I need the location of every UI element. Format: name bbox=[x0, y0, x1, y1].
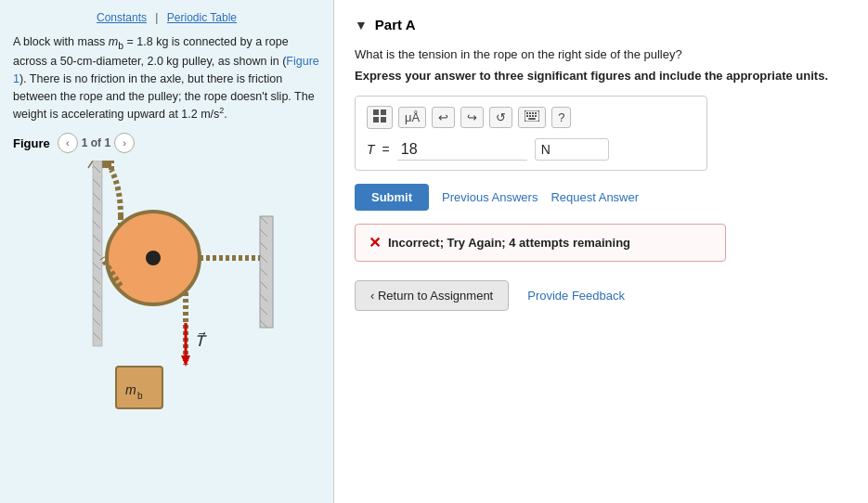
figure-link[interactable]: Figure 1 bbox=[13, 55, 319, 85]
keyboard-button[interactable] bbox=[518, 107, 546, 128]
grid-icon bbox=[372, 109, 387, 123]
answer-area: μÅ ↩ ↪ ↺ ? T bbox=[355, 96, 707, 171]
help-button[interactable]: ? bbox=[551, 107, 571, 128]
keyboard-icon bbox=[525, 110, 539, 122]
part-label: Part A bbox=[375, 17, 416, 32]
prev-figure-btn[interactable]: ‹ bbox=[58, 133, 78, 153]
figure-nav: ‹ 1 of 1 › bbox=[58, 133, 135, 153]
svg-rect-45 bbox=[381, 117, 386, 123]
periodic-table-link[interactable]: Periodic Table bbox=[167, 11, 237, 24]
svg-rect-47 bbox=[526, 112, 528, 114]
variable-label: T bbox=[367, 142, 375, 157]
svg-rect-51 bbox=[526, 115, 528, 117]
svg-rect-54 bbox=[535, 115, 537, 117]
svg-rect-55 bbox=[528, 118, 536, 120]
right-panel: ▼ Part A What is the tension in the rope… bbox=[334, 0, 868, 503]
grid-button[interactable] bbox=[367, 106, 393, 129]
next-figure-btn[interactable]: › bbox=[114, 133, 135, 153]
undo-button[interactable]: ↩ bbox=[432, 107, 455, 128]
bottom-row: ‹ Return to Assignment Provide Feedback bbox=[355, 280, 848, 311]
submit-row: Submit Previous Answers Request Answer bbox=[355, 184, 848, 211]
part-arrow-icon: ▼ bbox=[355, 18, 368, 32]
return-assignment-button[interactable]: ‹ Return to Assignment bbox=[355, 280, 509, 311]
equals-sign: = bbox=[382, 142, 390, 157]
svg-rect-48 bbox=[529, 112, 531, 114]
mu-button[interactable]: μÅ bbox=[398, 107, 426, 128]
constants-link[interactable]: Constants bbox=[97, 11, 147, 24]
left-panel: Constants | Periodic Table A block with … bbox=[0, 0, 334, 503]
provide-feedback-link[interactable]: Provide Feedback bbox=[527, 289, 625, 303]
svg-rect-42 bbox=[373, 110, 379, 115]
error-box: ✕ Incorrect; Try Again; 4 attempts remai… bbox=[355, 224, 726, 262]
error-icon: ✕ bbox=[369, 234, 381, 252]
error-message: Incorrect; Try Again; 4 attempts remaini… bbox=[388, 236, 630, 250]
svg-text:m: m bbox=[125, 382, 136, 397]
redo-button[interactable]: ↪ bbox=[460, 107, 484, 128]
question-text: What is the tension in the rope on the r… bbox=[355, 47, 848, 61]
express-text: Express your answer to three significant… bbox=[355, 69, 848, 83]
svg-rect-49 bbox=[532, 112, 534, 114]
answer-row: T = bbox=[367, 138, 695, 161]
figure-section: Figure ‹ 1 of 1 › bbox=[13, 133, 320, 420]
problem-text: A block with mass mb = 1.8 kg is connect… bbox=[13, 33, 320, 123]
svg-rect-52 bbox=[529, 115, 531, 117]
refresh-button[interactable]: ↺ bbox=[489, 107, 512, 128]
svg-text:T⃗: T⃗ bbox=[195, 331, 207, 349]
diagram-area: T⃗ m b bbox=[37, 161, 297, 420]
svg-marker-11 bbox=[181, 355, 190, 367]
svg-rect-13 bbox=[116, 367, 162, 408]
answer-toolbar: μÅ ↩ ↪ ↺ ? bbox=[367, 106, 695, 129]
top-links: Constants | Periodic Table bbox=[13, 11, 320, 24]
figure-header: Figure ‹ 1 of 1 › bbox=[13, 133, 320, 153]
svg-line-5 bbox=[88, 161, 93, 168]
svg-point-3 bbox=[146, 251, 161, 265]
unit-input[interactable] bbox=[535, 138, 609, 161]
svg-rect-43 bbox=[381, 110, 386, 115]
svg-text:b: b bbox=[137, 391, 143, 401]
svg-rect-44 bbox=[373, 117, 379, 123]
svg-rect-50 bbox=[535, 112, 537, 114]
svg-rect-16 bbox=[260, 216, 273, 328]
figure-page: 1 of 1 bbox=[82, 136, 110, 149]
request-answer-link[interactable]: Request Answer bbox=[551, 190, 639, 204]
figure-label: Figure bbox=[13, 136, 50, 150]
link-divider: | bbox=[155, 11, 158, 24]
pulley-diagram: T⃗ m b bbox=[37, 161, 297, 420]
previous-answers-link[interactable]: Previous Answers bbox=[442, 190, 538, 204]
answer-input[interactable] bbox=[397, 139, 527, 161]
svg-rect-53 bbox=[532, 115, 534, 117]
part-header: ▼ Part A bbox=[355, 17, 848, 32]
submit-button[interactable]: Submit bbox=[355, 184, 429, 211]
